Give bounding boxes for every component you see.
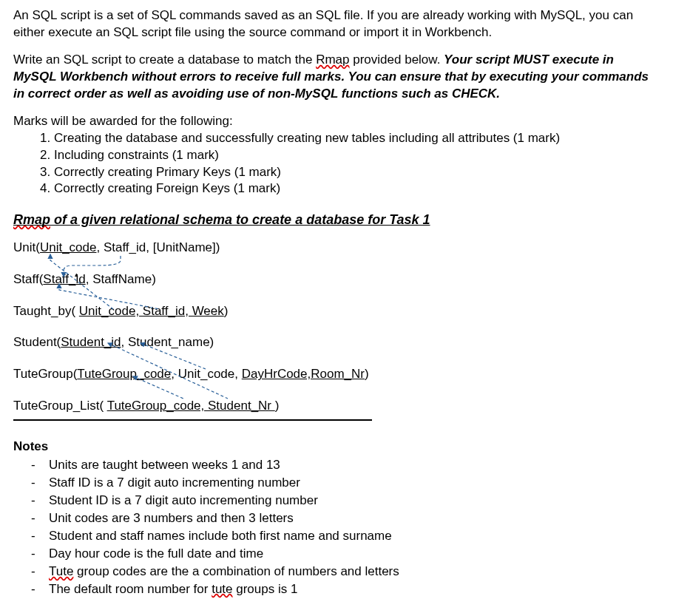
staff-name: StaffName bbox=[92, 272, 152, 286]
taught-pk: Unit_code, Staff_id, Week bbox=[79, 304, 224, 318]
tg-unitcode: Unit_code bbox=[178, 367, 235, 381]
notes-item-5: Student and staff names include both fir… bbox=[52, 528, 660, 545]
notes-item-4: Unit codes are 3 numbers and then 3 lett… bbox=[52, 510, 660, 527]
intro-text-1: An SQL script is a set of SQL commands s… bbox=[13, 8, 633, 39]
notes-item-3: Student ID is a 7 digit auto incrementin… bbox=[52, 493, 660, 510]
marks-item-4: Correctly creating Foreign Keys (1 mark) bbox=[54, 180, 660, 197]
intro-text-2c: provided below. bbox=[350, 53, 444, 67]
tute-squiggle-2: tute bbox=[212, 582, 232, 596]
unit-name-opt: [UnitName] bbox=[153, 240, 216, 254]
schema-block: Unit(Unit_code, Staff_id, [UnitName]) St… bbox=[13, 240, 660, 416]
schema-tutegroup: TuteGroup(TuteGroup_code, Unit_code, Day… bbox=[13, 366, 660, 383]
notes-heading: Notes bbox=[13, 439, 660, 456]
unit-staffid: Staff_id bbox=[104, 240, 146, 254]
notes-item-1: Units are taught between weeks 1 and 13 bbox=[52, 457, 660, 474]
schema-taughtby: Taught_by( Unit_code, Staff_id, Week) bbox=[13, 303, 660, 320]
marks-item-3: Correctly creating Primary Keys (1 mark) bbox=[54, 164, 660, 181]
heading-rest: of a given relational schema to create a… bbox=[50, 212, 430, 227]
divider-line bbox=[13, 419, 372, 421]
schema-unit: Unit(Unit_code, Staff_id, [UnitName]) bbox=[13, 240, 660, 257]
schema-heading: Rmap of a given relational schema to cre… bbox=[13, 211, 660, 229]
schema-student: Student(Student_id, Student_name) bbox=[13, 334, 660, 351]
notes-item-8: The default room number for tute groups … bbox=[52, 581, 660, 598]
unit-pk: Unit_code bbox=[40, 240, 97, 254]
intro-para-2: Write an SQL script to create a database… bbox=[13, 52, 660, 103]
staff-pk-id: ▴id bbox=[75, 272, 85, 286]
marks-list: Creating the database and successfully c… bbox=[54, 130, 660, 198]
intro-para-1: An SQL script is a set of SQL commands s… bbox=[13, 7, 660, 41]
student-name-attr: Student_name bbox=[128, 335, 210, 349]
marks-item-2: Including constraints (1 mark) bbox=[54, 147, 660, 164]
tg-dayhr: DayHrCode,Room_Nr bbox=[242, 367, 365, 381]
taught-prefix: Taught_by( bbox=[13, 304, 79, 318]
staff-pk: Staff_ bbox=[43, 272, 75, 286]
schema-staff: Staff(Staff_▴id, StaffName) bbox=[13, 271, 660, 288]
tg-prefix: TuteGroup( bbox=[13, 367, 77, 381]
tgl-prefix: TuteGroup_List( bbox=[13, 399, 107, 413]
marks-item-1: Creating the database and successfully c… bbox=[54, 130, 660, 147]
unit-prefix: Unit( bbox=[13, 240, 40, 254]
marks-intro: Marks will be awarded for the following: bbox=[13, 113, 660, 130]
tgl-pk: TuteGroup_code, Student_Nr bbox=[107, 399, 275, 413]
notes-list: Units are taught between weeks 1 and 13 … bbox=[52, 457, 660, 598]
student-pk: Student_id bbox=[61, 335, 121, 349]
schema-tglist: TuteGroup_List( TuteGroup_code, Student_… bbox=[13, 398, 660, 415]
tg-pk: TuteGroup_code bbox=[77, 367, 171, 381]
rmap-heading-squiggle: Rmap bbox=[13, 212, 50, 227]
intro-text-2a: Write an SQL script to create a database… bbox=[13, 53, 316, 67]
notes-item-6: Day hour code is the full date and time bbox=[52, 546, 660, 563]
tute-squiggle-1: Tute bbox=[49, 564, 73, 578]
student-prefix: Student( bbox=[13, 335, 61, 349]
notes-item-7: Tute group codes are the a combination o… bbox=[52, 563, 660, 581]
staff-prefix: Staff( bbox=[13, 272, 43, 286]
rmap-squiggle: Rmap bbox=[316, 53, 349, 67]
notes-item-2: Staff ID is a 7 digit auto incrementing … bbox=[52, 475, 660, 492]
